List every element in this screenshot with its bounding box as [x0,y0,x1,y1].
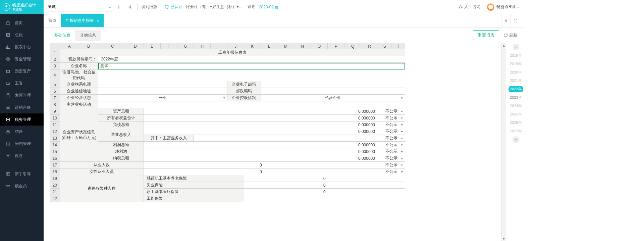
mainbiz-value-cell[interactable] [98,101,405,108]
publish-select[interactable]: 不公示 [378,128,405,135]
year-item[interactable]: 2026年 [508,119,523,126]
female-value-cell[interactable]: 0 [144,168,378,175]
addr-value-cell[interactable] [98,88,227,95]
row-header[interactable]: 7 [50,95,60,101]
metric-value[interactable]: 0.000000 [144,148,378,155]
col-header[interactable]: O [311,43,328,49]
add-company-button[interactable] [115,3,123,11]
nav-vip[interactable]: 畅会员 [0,180,44,192]
company-value-cell[interactable]: 测试 [98,63,405,69]
nav-assets[interactable]: 固定资产 [0,65,44,77]
year-item[interactable]: 2018年 [508,52,523,59]
company-settings-button[interactable] [126,3,134,11]
row-header[interactable]: 14 [50,142,60,148]
subtab-basic[interactable]: 基础信息 [50,30,75,41]
year-item[interactable]: 2027年 [508,128,523,134]
nav-reports[interactable]: 报表中心 [0,41,44,53]
row-header[interactable]: 4 [50,69,60,81]
col-header[interactable]: M [277,43,294,49]
phone-value-cell[interactable] [98,81,227,88]
row-header[interactable]: 16 [50,155,60,162]
metric-value[interactable] [194,135,378,142]
row-header[interactable]: 1 [50,49,60,56]
year-prev-button[interactable]: ▴ [513,44,519,50]
sheet-corner[interactable] [50,43,60,49]
insurance-value[interactable] [244,195,405,202]
col-header[interactable]: G [177,43,194,49]
row-header[interactable]: 15 [50,148,60,155]
publish-select[interactable]: 不公示 [378,155,405,162]
row-header[interactable]: 2 [50,56,60,63]
scroll-down-icon[interactable]: ▾ [503,236,505,241]
col-header[interactable]: N [294,43,311,49]
tab-close-icon[interactable]: × [97,18,99,23]
spreadsheet[interactable]: A B C D E F G H I J K L M [44,43,501,241]
brand-logo[interactable]: 畅捷通好会计 专业版 [0,0,44,14]
nav-salary[interactable]: 工资 [0,77,44,89]
nav-funds[interactable]: 资金管理 [0,53,44,65]
col-header[interactable]: Q [344,43,361,49]
metric-value[interactable]: 0.000000 [144,142,378,148]
col-header[interactable]: I [211,43,227,49]
col-header[interactable]: R [361,43,378,49]
metric-value[interactable]: 0.000000 [144,128,378,135]
metric-value[interactable]: 0.000000 [144,122,378,128]
col-header[interactable]: K [244,43,261,49]
row-header[interactable]: 8 [50,101,60,108]
row-header[interactable]: 21 [50,189,60,195]
user-menu[interactable]: 畅捷通B组… [487,3,519,11]
year-item[interactable]: 2023年 [508,94,523,101]
nav-archive[interactable]: 归档管理 [0,138,44,150]
company-input[interactable] [48,4,108,9]
publish-select[interactable]: 不公示 [378,108,405,115]
reset-report-button[interactable]: 重置报表 [473,30,499,40]
year-item[interactable]: 2024年 [508,103,523,109]
refresh-button[interactable]: 刷新 [504,33,517,38]
col-header[interactable]: F [160,43,177,49]
row-header[interactable]: 17 [50,162,60,168]
col-header[interactable]: B [79,43,98,49]
year-next-button[interactable]: ▾ [513,136,519,143]
row-header[interactable]: 19 [50,175,60,182]
close-all-tabs-button[interactable]: × [501,14,511,27]
col-header[interactable]: E [144,43,160,49]
row-header[interactable]: 13 [50,135,60,142]
row-header[interactable]: 10 [50,115,60,122]
year-item[interactable]: 2025年 [508,111,523,117]
row-header[interactable]: 11 [50,122,60,128]
row-header[interactable]: 3 [50,63,60,69]
tab-home[interactable]: 首页 [44,14,61,27]
row-header[interactable]: 20 [50,182,60,189]
certified-badge[interactable]: 已认证 [164,4,182,10]
nav-ledger[interactable]: 总账 [0,29,44,41]
row-header[interactable]: 22 [50,195,60,202]
row-header[interactable]: 9 [50,108,60,115]
insurance-value[interactable]: 0 [244,189,405,195]
publish-select[interactable]: 不公示 [378,148,405,155]
tab-annual-report[interactable]: 年报信息申报表 × [61,14,104,27]
subtab-other[interactable]: 其他信息 [75,30,101,41]
col-header[interactable]: D [127,43,144,49]
col-header[interactable]: P [328,43,344,49]
row-header[interactable]: 5 [50,81,60,88]
insurance-value[interactable]: 0 [244,175,405,182]
publish-select[interactable]: 不公示 [378,162,405,168]
row-header[interactable]: 18 [50,168,60,175]
consult-button[interactable]: 人工咨询 [455,4,484,10]
company-select[interactable]: ⌄ [48,3,111,11]
col-header[interactable]: H [194,43,211,49]
nav-tax[interactable]: 税务管理 [0,113,44,126]
year-item[interactable]: 2019年 [508,61,523,67]
nav-guide[interactable]: 新手引导 [0,168,44,180]
nav-home[interactable]: 首页 [0,17,44,29]
publish-select[interactable]: 不公示 [378,135,405,142]
publish-select[interactable]: 不公示 [378,122,405,128]
publish-select[interactable]: 不公示 [378,168,405,175]
col-header[interactable]: T [391,43,405,49]
insurance-value[interactable]: 0 [244,182,405,189]
email-value-cell[interactable] [261,81,405,88]
row-header[interactable]: 12 [50,128,60,135]
col-header[interactable]: C [98,43,127,49]
status-value-cell[interactable]: 开业 [98,95,227,101]
col-header[interactable]: J [227,43,244,49]
